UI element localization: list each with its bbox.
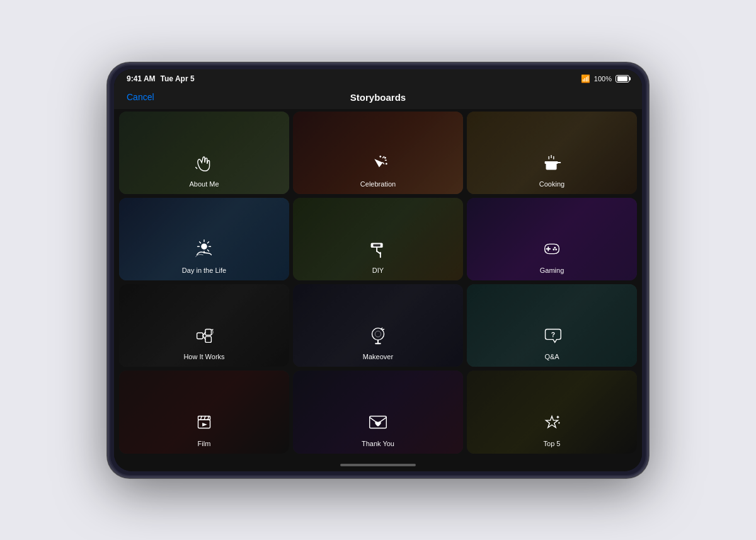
svg-point-30 <box>553 249 554 251</box>
storyboards-grid: About Me Celebration <box>114 109 642 459</box>
gamepad-icon <box>540 237 564 264</box>
svg-rect-33 <box>205 336 212 343</box>
status-date: Tue Apr 5 <box>161 74 195 83</box>
svg-point-13 <box>201 243 207 250</box>
wifi-icon: 📶 <box>581 74 590 83</box>
svg-line-0 <box>196 167 197 168</box>
svg-line-1 <box>383 156 384 158</box>
svg-line-46 <box>200 416 202 420</box>
grid-item-gaming[interactable]: Gaming <box>467 198 637 280</box>
workflow-icon <box>192 323 216 350</box>
ipad-device: 9:41 AM Tue Apr 5 📶 100% Cancel Storyboa… <box>107 62 649 478</box>
svg-rect-31 <box>197 333 203 339</box>
svg-line-42 <box>382 330 384 330</box>
wave-icon <box>192 151 216 178</box>
about-me-label: About Me <box>189 180 219 188</box>
sun-icon <box>192 237 216 264</box>
cooking-label: Cooking <box>539 180 564 188</box>
grid-item-cooking[interactable]: Cooking <box>467 112 637 194</box>
grid-item-film[interactable]: Film <box>119 371 289 453</box>
star-sparkle-icon <box>540 410 564 437</box>
home-indicator <box>114 459 642 471</box>
gaming-label: Gaming <box>540 267 564 274</box>
celebration-label: Celebration <box>360 180 396 188</box>
svg-rect-8 <box>545 161 558 164</box>
svg-point-4 <box>379 156 381 158</box>
svg-point-28 <box>554 247 556 249</box>
svg-line-20 <box>207 242 209 243</box>
svg-point-40 <box>375 331 381 338</box>
grid-item-about-me[interactable]: About Me <box>119 112 289 194</box>
mirror-icon <box>366 323 390 350</box>
svg-rect-32 <box>205 330 212 336</box>
grid-item-diy[interactable]: DIY <box>293 198 463 280</box>
grid-item-celebration[interactable]: Celebration <box>293 112 463 194</box>
qa-icon: ? <box>540 323 564 350</box>
svg-point-5 <box>384 157 386 159</box>
svg-marker-49 <box>202 422 207 426</box>
day-in-life-label: Day in the Life <box>182 267 226 274</box>
svg-line-19 <box>207 250 209 251</box>
svg-point-29 <box>555 249 557 251</box>
svg-line-47 <box>204 416 205 420</box>
svg-marker-51 <box>546 416 558 427</box>
nav-title: Storyboards <box>350 92 406 103</box>
cancel-button[interactable]: Cancel <box>127 92 154 102</box>
pot-icon <box>540 151 564 178</box>
battery-text: 100% <box>594 75 612 83</box>
status-right: 📶 100% <box>581 74 629 83</box>
thank-you-label: Thank You <box>362 440 394 447</box>
paint-roller-icon <box>366 237 390 264</box>
svg-line-3 <box>383 163 384 164</box>
grid-item-qa[interactable]: ? Q&A <box>467 284 637 367</box>
status-time: 9:41 AM <box>127 74 156 83</box>
grid-item-day-in-life[interactable]: Day in the Life <box>119 198 289 280</box>
status-bar: 9:41 AM Tue Apr 5 📶 100% <box>114 69 642 88</box>
grid-item-thank-you[interactable]: Thank You <box>293 371 463 453</box>
qa-label: Q&A <box>544 353 559 360</box>
party-icon <box>366 151 390 178</box>
battery-icon <box>616 75 629 83</box>
svg-text:?: ? <box>551 331 555 338</box>
top5-label: Top 5 <box>544 440 561 447</box>
grid-item-makeover[interactable]: Makeover <box>293 284 463 367</box>
svg-rect-22 <box>373 244 380 246</box>
svg-line-18 <box>200 242 201 243</box>
how-it-works-label: How It Works <box>183 353 224 360</box>
makeover-label: Makeover <box>363 353 393 360</box>
envelope-heart-icon <box>366 410 390 437</box>
director-icon <box>192 410 216 437</box>
nav-bar: Cancel Storyboards <box>114 88 642 109</box>
diy-label: DIY <box>372 267 384 274</box>
svg-point-6 <box>386 163 387 164</box>
film-label: Film <box>198 440 211 447</box>
grid-item-top5[interactable]: Top 5 <box>467 371 637 453</box>
svg-line-48 <box>208 416 209 420</box>
grid-item-how-it-works[interactable]: How It Works <box>119 284 289 367</box>
screen: 9:41 AM Tue Apr 5 📶 100% Cancel Storyboa… <box>114 69 642 471</box>
home-bar[interactable] <box>340 464 416 466</box>
